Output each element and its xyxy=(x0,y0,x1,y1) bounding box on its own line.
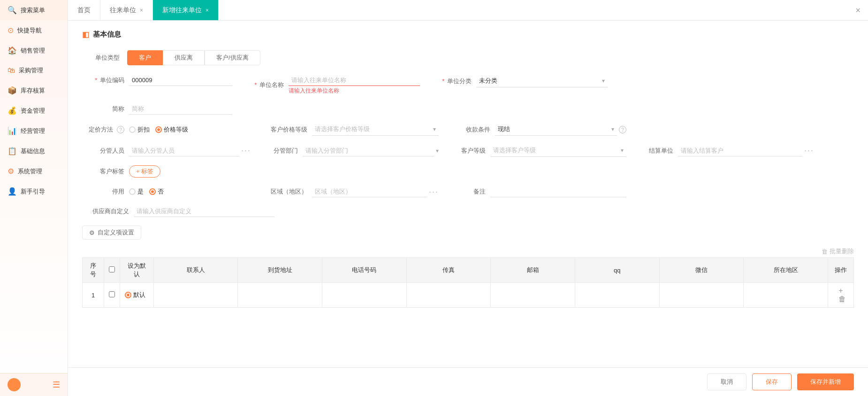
custom-settings-section: ⚙ 自定义项设置 xyxy=(82,225,854,247)
cancel-button[interactable]: 取消 xyxy=(707,373,746,390)
sidebar-item-purchase[interactable]: 🛍 采购管理 xyxy=(0,61,68,80)
phone-input[interactable] xyxy=(327,292,402,299)
unit-type-both-button[interactable]: 客户/供应离 xyxy=(205,50,260,65)
hamburger-icon[interactable]: ☰ xyxy=(53,380,60,390)
region-dots-button[interactable]: ··· xyxy=(429,187,439,197)
table-row: 1 默认 xyxy=(83,283,854,308)
customer-level-placeholder: 请选择客户等级 xyxy=(493,146,621,155)
customer-level-select[interactable]: 请选择客户等级 ▾ xyxy=(490,144,626,157)
manager-dots-button[interactable]: ··· xyxy=(241,146,251,155)
field-unit-code: * 单位编码 xyxy=(82,75,232,86)
manager-input[interactable] xyxy=(129,145,239,156)
pricing-grade-option[interactable]: 价格等级 xyxy=(155,125,188,134)
disabled-no-option[interactable]: 否 xyxy=(149,187,164,196)
qq-input[interactable] xyxy=(580,292,655,299)
default-radio-item[interactable]: 默认 xyxy=(125,291,149,299)
discount-radio xyxy=(129,126,136,133)
tab-home[interactable]: 首页 xyxy=(68,0,100,20)
tab-new-unit-close[interactable]: × xyxy=(206,7,209,14)
settlement-dots-button[interactable]: ··· xyxy=(804,146,814,155)
col-no: 序号 xyxy=(83,258,104,283)
tab-units[interactable]: 往来单位 × xyxy=(100,0,153,20)
select-all-checkbox[interactable] xyxy=(109,266,115,272)
settings-gear-icon: ⚙ xyxy=(89,229,95,236)
remark-input[interactable] xyxy=(490,186,626,197)
sidebar-item-label: 快捷导航 xyxy=(17,26,42,35)
email-input[interactable] xyxy=(495,292,570,299)
col-location: 所在地区 xyxy=(744,258,828,283)
row-wechat[interactable] xyxy=(659,283,744,308)
window-close-button[interactable]: × xyxy=(855,5,860,15)
purchase-icon: 🛍 xyxy=(8,66,15,75)
row-default[interactable]: 默认 xyxy=(120,283,154,308)
tab-new-unit[interactable]: 新增往来单位 × xyxy=(153,0,219,20)
unit-type-customer-button[interactable]: 客户 xyxy=(127,50,163,65)
delete-row-button[interactable]: 🗑 xyxy=(838,295,846,303)
customer-tag-label: 客户标签 xyxy=(82,167,129,176)
payment-help-icon[interactable]: ? xyxy=(619,126,626,133)
discount-label: 折扣 xyxy=(137,125,150,134)
sidebar-item-guide[interactable]: 👤 新手引导 xyxy=(0,181,68,202)
form-row-disabled: 停用 是 否 区域（地区） ··· xyxy=(82,186,854,197)
tab-new-unit-label: 新增往来单位 xyxy=(162,6,202,15)
tab-units-close[interactable]: × xyxy=(140,7,143,14)
unit-code-input[interactable] xyxy=(129,75,232,86)
save-button[interactable]: 保存 xyxy=(752,373,792,390)
required-marker: * xyxy=(95,77,97,84)
col-checkbox[interactable] xyxy=(104,258,120,283)
disabled-yes-label: 是 xyxy=(137,187,144,196)
payment-terms-select[interactable]: 现结 ▾ xyxy=(495,123,617,136)
row-address[interactable] xyxy=(238,283,322,308)
form-row-unit-info: * 单位编码 * 单位名称 请输入往来单位名称 * xyxy=(82,75,854,95)
row-fax[interactable] xyxy=(406,283,491,308)
sidebar-item-basic[interactable]: 📋 基础信息 xyxy=(0,141,68,161)
row-email[interactable] xyxy=(491,283,575,308)
unit-category-select[interactable]: 未分类 ▾ xyxy=(476,75,608,87)
settlement-unit-input[interactable] xyxy=(678,145,802,156)
form-area: ◧ 基本信息 单位类型 客户 供应离 客户/供应离 * 单位编码 * xyxy=(68,21,868,367)
address-input[interactable] xyxy=(243,292,317,299)
sidebar-item-sales[interactable]: 🏠 销售管理 xyxy=(0,40,68,61)
unit-type-supplier-button[interactable]: 供应离 xyxy=(163,50,205,65)
unit-name-input[interactable] xyxy=(289,75,420,86)
contacts-table: 序号 设为默认 联系人 到货地址 电话号码 传真 邮箱 qq 微信 所在地区 操… xyxy=(82,257,854,308)
sidebar-item-finance[interactable]: 💰 资金管理 xyxy=(0,101,68,121)
unit-code-label-text: 单位编码 xyxy=(100,77,124,84)
settlement-unit-label: 结算单位 xyxy=(636,147,678,155)
sidebar-item-label: 经营管理 xyxy=(21,127,45,135)
wechat-input[interactable] xyxy=(664,292,739,299)
sidebar-item-inventory[interactable]: 📦 库存核算 xyxy=(0,80,68,101)
row-checkbox-input[interactable] xyxy=(109,291,115,297)
sidebar-item-quicknav[interactable]: ⊙ 快捷导航 xyxy=(0,20,68,40)
sidebar-item-label: 系统管理 xyxy=(18,167,42,176)
unit-category-arrow: ▾ xyxy=(602,78,605,84)
save-new-button[interactable]: 保存并新增 xyxy=(797,373,854,390)
custom-settings-button[interactable]: ⚙ 自定义项设置 xyxy=(82,225,141,240)
customer-price-level-select[interactable]: 请选择客户价格等级 ▾ xyxy=(312,123,439,136)
add-row-button[interactable]: + xyxy=(838,287,843,295)
contact-input[interactable] xyxy=(159,292,233,299)
add-tag-button[interactable]: + 标签 xyxy=(129,165,160,178)
abbreviation-input[interactable] xyxy=(129,103,232,115)
pricing-discount-option[interactable]: 折扣 xyxy=(129,125,150,134)
department-input[interactable] xyxy=(303,145,434,156)
tab-units-label: 往来单位 xyxy=(110,6,136,15)
row-contact[interactable] xyxy=(153,283,238,308)
pricing-help-icon[interactable]: ? xyxy=(117,126,124,133)
region-label: 区域（地区） xyxy=(260,187,312,196)
row-checkbox[interactable] xyxy=(104,283,120,308)
tab-bar: 首页 往来单位 × 新增往来单位 × × xyxy=(68,0,868,21)
location-input[interactable] xyxy=(748,292,823,299)
supplier-custom-input[interactable] xyxy=(134,206,274,217)
sidebar-item-operations[interactable]: 📊 经营管理 xyxy=(0,121,68,141)
disabled-yes-option[interactable]: 是 xyxy=(129,187,144,196)
form-row-supplier-custom: 供应商自定义 xyxy=(82,206,854,217)
row-phone[interactable] xyxy=(322,283,406,308)
row-location[interactable] xyxy=(744,283,828,308)
sidebar-item-search[interactable]: 🔍 搜索菜单 xyxy=(0,0,68,20)
grade-label: 价格等级 xyxy=(164,125,188,134)
region-input[interactable] xyxy=(312,186,427,197)
sidebar-item-system[interactable]: ⚙ 系统管理 xyxy=(0,161,68,181)
row-qq[interactable] xyxy=(575,283,659,308)
fax-input[interactable] xyxy=(411,292,486,299)
